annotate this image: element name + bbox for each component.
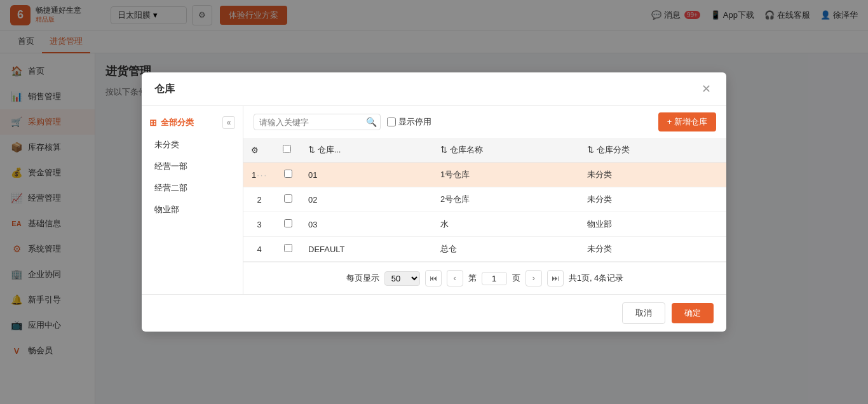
- page-suffix: 页: [512, 273, 520, 284]
- confirm-button[interactable]: 确定: [672, 303, 714, 323]
- collapse-button[interactable]: «: [222, 116, 235, 129]
- col-header-setting: ⚙: [243, 138, 275, 163]
- row-checkbox[interactable]: [284, 170, 292, 178]
- modal-close-button[interactable]: ✕: [698, 81, 714, 97]
- col-header-name: ⇅ 仓库名称: [433, 138, 580, 163]
- row-checkbox[interactable]: [284, 194, 292, 203]
- table-row[interactable]: 3 03 水 物业部: [243, 212, 726, 237]
- row-actions[interactable]: ···: [257, 170, 268, 180]
- col-header-checkbox: [275, 138, 301, 163]
- modal-overlay: 仓库 ✕ ⊞ 全部分类 « 未分类 经营一部 经营二部: [0, 0, 868, 404]
- col-header-category: ⇅ 仓库分类: [580, 138, 726, 163]
- page-number-input[interactable]: [482, 272, 507, 285]
- row-checkbox[interactable]: [284, 219, 292, 227]
- category-property-label: 物业部: [154, 205, 179, 214]
- row-code: 01: [301, 163, 433, 187]
- settings-icon: ⚙: [251, 145, 259, 155]
- show-disabled-checkbox[interactable]: [387, 118, 396, 126]
- search-wrap: 🔍: [254, 114, 381, 130]
- modal-body: ⊞ 全部分类 « 未分类 经营一部 经营二部 物业部: [142, 106, 726, 294]
- row-name: 2号仓库: [433, 187, 580, 212]
- modal-header: 仓库 ✕: [142, 72, 726, 106]
- search-icon: 🔍: [366, 117, 377, 127]
- page-first-button[interactable]: ⏮: [425, 270, 442, 286]
- row-category: 物业部: [580, 212, 726, 237]
- category-item-ops1[interactable]: 经营一部: [142, 156, 243, 177]
- row-checkbox-cell: [275, 163, 301, 187]
- pagination-bar: 每页显示 50 100 200 ⏮ ‹ 第 页 › ⏭ 共1页, 4条记录: [243, 262, 726, 294]
- table-row[interactable]: 1 ··· 01 1号仓库 未分类: [243, 163, 726, 187]
- grid-icon: ⊞: [149, 118, 157, 128]
- row-code: DEFAULT: [301, 237, 433, 262]
- row-name: 1号仓库: [433, 163, 580, 187]
- category-item-ops2[interactable]: 经营二部: [142, 177, 243, 199]
- cancel-button[interactable]: 取消: [622, 302, 665, 324]
- row-code: 02: [301, 187, 433, 212]
- total-label: 共1页, 4条记录: [569, 273, 624, 284]
- per-page-label: 每页显示: [346, 273, 379, 284]
- row-checkbox-cell: [275, 187, 301, 212]
- table-header-row: ⚙ ⇅ 仓库... ⇅: [243, 138, 726, 163]
- add-warehouse-button[interactable]: + 新增仓库: [658, 112, 716, 131]
- sort-icon: ⇅: [308, 145, 315, 154]
- table-row[interactable]: 4 DEFAULT 总仓 未分类: [243, 237, 726, 262]
- row-no: 3: [243, 212, 275, 237]
- row-name: 水: [433, 212, 580, 237]
- sort-icon-name: ⇅: [440, 145, 447, 154]
- row-name: 总仓: [433, 237, 580, 262]
- row-category: 未分类: [580, 163, 726, 187]
- category-uncategorized-label: 未分类: [154, 140, 179, 149]
- table-toolbar: 🔍 显示停用 + 新增仓库: [243, 106, 726, 138]
- row-no: 4: [243, 237, 275, 262]
- warehouse-table-scroll: ⚙ ⇅ 仓库... ⇅: [243, 138, 726, 262]
- category-item-property[interactable]: 物业部: [142, 199, 243, 220]
- category-ops2-label: 经营二部: [154, 183, 187, 192]
- category-all-label: 全部分类: [161, 117, 194, 128]
- warehouse-modal: 仓库 ✕ ⊞ 全部分类 « 未分类 经营一部 经营二部: [142, 72, 726, 332]
- search-input[interactable]: [259, 118, 366, 127]
- row-checkbox-cell: [275, 237, 301, 262]
- per-page-select[interactable]: 50 100 200: [384, 271, 420, 286]
- page-next-button[interactable]: ›: [526, 270, 542, 286]
- row-category: 未分类: [580, 237, 726, 262]
- row-checkbox[interactable]: [284, 244, 292, 252]
- table-row[interactable]: 2 02 2号仓库 未分类: [243, 187, 726, 212]
- page-label: 第: [468, 273, 477, 284]
- col-header-code: ⇅ 仓库...: [301, 138, 433, 163]
- table-area: 🔍 显示停用 + 新增仓库 ⚙: [243, 106, 726, 294]
- page-last-button[interactable]: ⏭: [547, 270, 564, 286]
- warehouse-table: ⚙ ⇅ 仓库... ⇅: [243, 138, 726, 262]
- row-no: 1 ···: [243, 163, 275, 187]
- show-disabled-wrap: 显示停用: [387, 116, 431, 128]
- page-prev-button[interactable]: ‹: [447, 270, 463, 286]
- modal-title: 仓库: [154, 83, 175, 96]
- category-sidebar: ⊞ 全部分类 « 未分类 经营一部 经营二部 物业部: [142, 106, 243, 294]
- row-category: 未分类: [580, 187, 726, 212]
- row-code: 03: [301, 212, 433, 237]
- sort-icon-cat: ⇅: [587, 145, 594, 154]
- show-disabled-label: 显示停用: [398, 116, 431, 128]
- modal-footer: 取消 确定: [142, 294, 726, 332]
- row-no: 2: [243, 187, 275, 212]
- row-checkbox-cell: [275, 212, 301, 237]
- category-ops1-label: 经营一部: [154, 161, 187, 171]
- select-all-checkbox[interactable]: [283, 145, 291, 153]
- category-item-uncategorized[interactable]: 未分类: [142, 134, 243, 156]
- category-all-header[interactable]: ⊞ 全部分类 «: [142, 111, 243, 134]
